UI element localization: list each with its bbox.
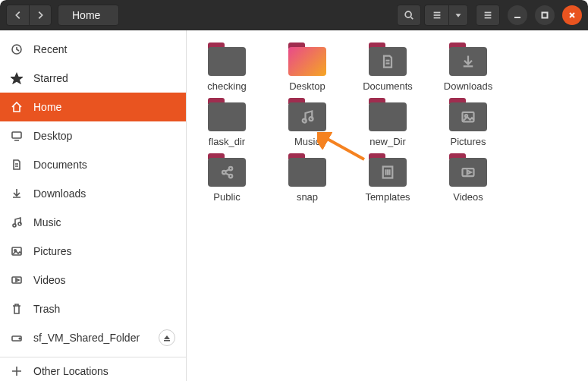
folder-label: checking [207,80,246,92]
share-icon [219,165,234,180]
sidebar-item-videos[interactable]: Videos [0,266,186,294]
forward-button[interactable] [29,5,52,26]
folder-icon [369,43,407,76]
video-icon [461,165,476,180]
music-icon [11,216,23,228]
folder-desktop[interactable]: Desktop [273,43,341,92]
folder-label: Desktop [289,80,325,92]
folder-public[interactable]: Public [193,153,261,203]
location-bar[interactable]: Home [58,5,119,26]
sidebar-item-pictures[interactable]: Pictures [0,237,186,266]
sidebar-item-label: Music [33,216,61,228]
folder-label: Pictures [451,136,486,147]
sidebar-separator [0,357,186,357]
sidebar-item-desktop[interactable]: Desktop [0,121,186,150]
folder-icon [208,153,246,187]
svg-point-35 [310,117,313,121]
folder-videos[interactable]: Videos [434,153,502,203]
folder-music[interactable]: Music [273,98,341,147]
video-icon [11,274,23,286]
folder-checking[interactable]: checking [193,43,261,92]
sidebar-item-label: sf_VM_Shared_Folder [33,332,140,344]
nav-buttons [6,5,52,26]
folder-icon [288,98,326,131]
sidebar-item-starred[interactable]: Starred [0,64,186,93]
folder-icon [208,98,246,131]
svg-marker-48 [467,171,471,175]
music-icon [300,109,315,124]
svg-point-34 [303,119,307,123]
picture-icon [11,245,23,257]
svg-marker-15 [11,74,22,83]
view-buttons [424,5,468,26]
folder-label: Public [213,191,240,203]
trash-icon [11,303,23,315]
list-view-button[interactable] [424,5,448,26]
svg-rect-29 [164,340,170,342]
folder-downloads[interactable]: Downloads [434,43,502,92]
drive-icon [11,332,23,344]
svg-marker-6 [456,14,461,17]
desktop-icon [11,130,23,142]
clock-icon [11,43,23,55]
svg-point-38 [222,171,226,175]
svg-line-42 [225,173,229,175]
minimize-button[interactable] [508,5,527,25]
folder-flask-dir[interactable]: flask_dir [193,98,261,147]
sidebar-item-label: Trash [33,303,60,315]
folder-icon [288,153,326,187]
folder-icon [369,98,407,131]
sidebar-item-recent[interactable]: Recent [0,35,186,64]
picture-icon [461,109,476,124]
svg-line-41 [225,169,229,172]
folder-label: Documents [363,80,413,92]
sidebar: RecentStarredHomeDesktopDocumentsDownloa… [0,30,187,381]
sidebar-item-documents[interactable]: Documents [0,150,186,179]
folder-templates[interactable]: Templates [354,153,422,203]
star-icon [11,72,23,84]
sidebar-item-label: Desktop [33,130,72,142]
menu-button[interactable] [476,5,500,26]
home-icon [11,101,23,113]
folder-icon [449,98,487,131]
back-button[interactable] [6,5,29,26]
maximize-button[interactable] [535,5,555,25]
close-button[interactable] [562,5,582,25]
view-options-button[interactable] [448,5,468,26]
folder-snap[interactable]: snap [273,153,341,203]
svg-rect-16 [12,132,21,138]
search-button[interactable] [397,5,421,26]
sidebar-item-label: Documents [33,159,87,171]
sidebar-item-label: Starred [33,72,68,84]
sidebar-item-home[interactable]: Home [0,93,186,121]
folder-pictures[interactable]: Pictures [434,98,502,147]
svg-point-40 [229,175,233,178]
sidebar-item-label: Videos [33,274,66,286]
titlebar: Home [0,0,588,30]
document-icon [380,54,395,69]
folder-label: new_Dir [369,136,406,147]
sidebar-item-label: Recent [33,43,67,55]
sidebar-other-locations[interactable]: Other Locations [0,362,186,381]
svg-point-20 [13,224,16,227]
folder-grid: checkingDesktopDocumentsDownloadsflask_d… [193,43,582,203]
folder-label: Downloads [444,80,492,92]
folder-icon [449,153,487,187]
svg-marker-25 [16,279,19,282]
eject-button[interactable] [159,329,175,346]
folder-documents[interactable]: Documents [354,43,422,92]
sidebar-item-music[interactable]: Music [0,208,186,237]
template-icon [380,165,395,180]
content-area[interactable]: checkingDesktopDocumentsDownloadsflask_d… [187,30,588,381]
folder-new-dir[interactable]: new_Dir [354,98,422,147]
document-icon [11,159,23,171]
sidebar-item-sf-vm-shared-folder[interactable]: sf_VM_Shared_Folder [0,323,186,352]
sidebar-item-label: Other Locations [33,365,108,377]
sidebar-item-trash[interactable]: Trash [0,294,186,323]
svg-point-27 [19,338,20,339]
sidebar-item-label: Home [33,101,61,113]
folder-label: Music [294,136,320,147]
svg-line-2 [411,17,413,20]
sidebar-item-downloads[interactable]: Downloads [0,179,186,208]
svg-rect-11 [542,13,548,18]
